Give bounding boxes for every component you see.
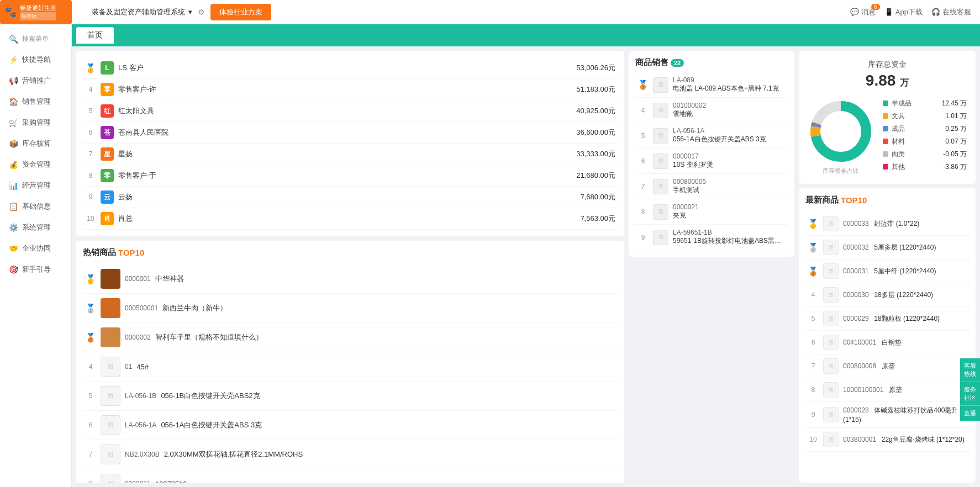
messages-button[interactable]: 💬 消息 6 [850, 7, 876, 17]
np-name: 封边带 (1.0*22) [874, 220, 919, 227]
sidebar-item-basic[interactable]: 📋 基础信息 [0, 196, 71, 217]
new-product-row: 6 图 004100001 白钢垫 [805, 331, 969, 354]
sidebar-item-finance[interactable]: 💰 资金管理 [0, 154, 71, 175]
target-icon: 🎯 [9, 265, 18, 274]
sidebar-item-guide[interactable]: 🎯 新手引导 [0, 259, 71, 280]
np-code: 000800008 [843, 362, 876, 370]
sidebar-item-sales[interactable]: 🏠 销售管理 [0, 91, 71, 112]
dropdown-icon: ▾ [188, 8, 192, 16]
app-download-button[interactable]: 📱 App下载 [884, 7, 923, 17]
inventory-card: 库存总资金 9.88 万 [799, 51, 976, 184]
top-right-actions: 💬 消息 6 📱 App下载 🎧 在线客服 [850, 7, 971, 17]
online-service-button[interactable]: 🎧 在线客服 [931, 7, 971, 17]
message-icon: 💬 [850, 8, 859, 16]
product-sales-row: 6 图 0000017 10S 变刹罗煲 [635, 149, 788, 174]
ps-code: 001000002 [673, 102, 786, 109]
product-name: 12070519-xs [155, 480, 197, 483]
np-name: 白钢垫 [882, 338, 902, 346]
customer-ranking-card: 🥇 L LS 客户 53,006.26元 4 零 零售客户-许 51,183.0… [76, 51, 624, 236]
hot-products-list: 🥇 0000001 中华神器 🥈 000500001 新西兰牛肉（新牛） 🥉 0… [83, 264, 618, 483]
float-btn-broadcast[interactable]: 直播 [960, 406, 980, 421]
sidebar-item-search[interactable]: 🔍 搜索菜单 [0, 29, 71, 49]
rank-badge: 苍 [101, 126, 114, 139]
legend-dot [883, 126, 888, 131]
ps-code: LA-089 [673, 76, 786, 84]
sidebar-item-marketing[interactable]: 📢 营销推广 [0, 70, 71, 91]
sidebar-item-system[interactable]: ⚙️ 系统管理 [0, 217, 71, 238]
main-content: 🥇 L LS 客户 53,006.26元 4 零 零售客户-许 51,183.0… [72, 46, 980, 487]
product-sales-card: 商品销售 22 🥉 图 LA-089 电池盖 LA-089 ABS本色+黑种 7… [629, 51, 794, 257]
product-sales-row: 5 图 LA-056-1A 056-1A白色按键开关盖ABS 3克 [635, 123, 788, 149]
floating-buttons: 客服热线 服务社区 直播 [960, 358, 980, 421]
new-product-row: 8 图 10000100001 原垄 [805, 378, 969, 402]
donut-area: 库存资金占比 半成品 12.45 万 文具 1.01 万 成品 0.25 万 材… [808, 98, 967, 175]
product-sales-row: 🥉 图 LA-089 电池盖 LA-089 ABS本色+黑种 7.1克 [635, 72, 788, 98]
legend-name: 肉类 [892, 150, 943, 159]
legend-dot [883, 151, 888, 157]
system-selector[interactable]: 装备及固定资产辅助管理系统 ▾ [92, 7, 192, 17]
chart-icon: 📊 [9, 181, 18, 190]
rank-badge: 零 [101, 83, 114, 96]
sidebar-item-quick-nav[interactable]: ⚡ 快捷导航 [0, 49, 71, 70]
ranking-row: 9 云 云扬 7,680.00元 [83, 187, 618, 208]
product-sales-badge: 22 [671, 59, 684, 67]
rank-name: 肖总 [118, 214, 576, 224]
inventory-title: 库存总资金 [808, 60, 967, 70]
ranking-row: 6 苍 苍南县人民医院 36,600.00元 [83, 122, 618, 144]
legend-name: 其他 [892, 162, 943, 172]
ranking-row: 5 红 红太阳文具 40,925.00元 [83, 100, 618, 122]
legend-item: 半成品 12.45 万 [883, 99, 967, 108]
tab-home[interactable]: 首页 [76, 27, 114, 44]
product-code: 0000011 [125, 480, 151, 483]
float-btn-service[interactable]: 客服热线 [960, 358, 980, 382]
search-icon: 🔍 [9, 35, 18, 44]
box-icon: 📦 [9, 139, 18, 148]
sidebar-item-purchase[interactable]: 🛒 采购管理 [0, 112, 71, 133]
ps-name: 雪地靴 [673, 109, 786, 119]
gear-button[interactable]: ⚙ [198, 8, 205, 17]
system-name: 装备及固定资产辅助管理系统 [92, 7, 185, 17]
np-code: 0000033 [843, 220, 869, 227]
legend-item: 肉类 -0.05 万 [883, 150, 967, 159]
trial-button[interactable]: 体验行业方案 [210, 4, 271, 20]
product-sales-row: 8 图 0000021 夹克 [635, 199, 788, 225]
rank-name: 零售客户-于 [118, 171, 572, 181]
product-row: 🥉 0000002 智利车子里（规格不知道填什么） [83, 323, 618, 352]
product-code: 000500001 [125, 304, 158, 312]
legend-name: 文具 [892, 112, 945, 121]
rank-amount: 53,006.26元 [576, 63, 615, 73]
nav-tabs: 首页 [72, 24, 980, 46]
legend-name: 半成品 [892, 99, 942, 108]
phone-icon: 📱 [884, 8, 893, 16]
rank-badge: 星 [101, 147, 114, 161]
rank-amount: 7,680.00元 [580, 192, 615, 202]
content-area: 首页 🥇 L LS 客户 53,006.26元 4 零 零售客户-许 51,18… [72, 24, 980, 487]
product-row: 🥈 000500001 新西兰牛肉（新牛） [83, 294, 618, 323]
legend-value: -3.86 万 [943, 162, 967, 172]
rank-amount: 51,183.00元 [576, 84, 615, 94]
float-btn-community[interactable]: 服务社区 [960, 382, 980, 406]
product-row: 7 图 NB2.0X30B 2.0X30MM双搓花轴.搓花直径2.1MM/ROH… [83, 440, 618, 469]
list-icon: 📋 [9, 202, 18, 211]
sidebar-item-inventory[interactable]: 📦 库存核算 [0, 133, 71, 154]
ps-code: 0000021 [673, 203, 786, 211]
sidebar-item-operation[interactable]: 📊 经营管理 [0, 175, 71, 196]
rank-badge: 红 [101, 104, 114, 118]
inventory-legend: 半成品 12.45 万 文具 1.01 万 成品 0.25 万 材料 0.07 … [883, 99, 967, 175]
product-row: 8 图 0000011 12070519-xs [83, 469, 618, 483]
customer-ranking-list: 🥇 L LS 客户 53,006.26元 4 零 零售客户-许 51,183.0… [83, 57, 618, 230]
ps-name: 056-1A白色按键开关盖ABS 3克 [673, 135, 786, 144]
sidebar-item-collab[interactable]: 🤝 企业协同 [0, 238, 71, 259]
right-panel: 库存总资金 9.88 万 [799, 51, 976, 483]
new-products-title: 最新商品 TOP10 [805, 195, 969, 205]
ps-name: 夹克 [673, 211, 786, 220]
new-product-row: 5 图 0000029 18颗粒板 (1220*2440) [805, 307, 969, 331]
product-code: 0000001 [125, 275, 151, 283]
ranking-row: 🥇 L LS 客户 53,006.26元 [83, 57, 618, 79]
product-name: 45# [136, 363, 149, 371]
rank-amount: 36,600.00元 [576, 128, 615, 137]
legend-dot [883, 164, 888, 170]
product-sales-title: 商品销售 22 [635, 57, 684, 68]
new-product-row: 🥈 图 0000032 5厘多层 (1220*2440) [805, 236, 969, 260]
np-code: 004100001 [843, 338, 876, 346]
